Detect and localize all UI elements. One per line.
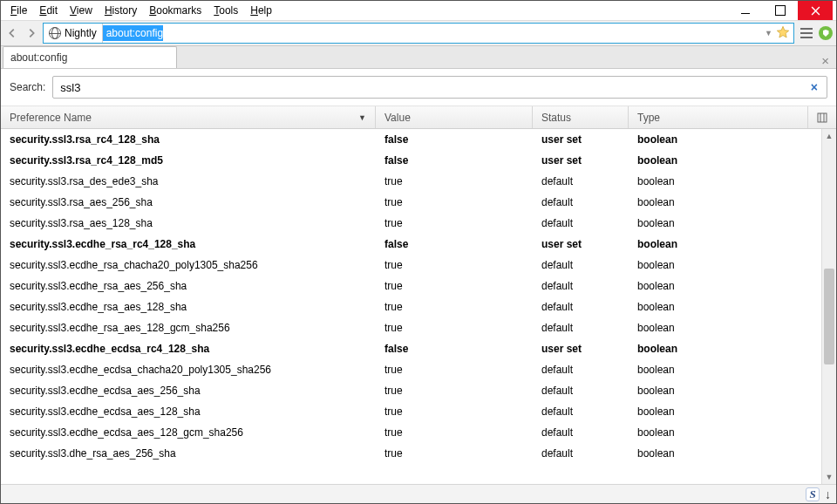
scrollbar-thumb[interactable] xyxy=(824,269,834,364)
pref-status-cell: default xyxy=(533,259,629,271)
pref-type-cell: boolean xyxy=(629,364,821,376)
menu-file[interactable]: File xyxy=(4,3,33,18)
url-bar[interactable]: Nightly about:config ▼ xyxy=(43,23,794,44)
menu-tools[interactable]: Tools xyxy=(208,3,244,18)
svg-rect-0 xyxy=(818,113,827,122)
preference-row[interactable]: security.ssl3.ecdhe_rsa_aes_128_shatrued… xyxy=(1,296,821,317)
menu-edit[interactable]: Edit xyxy=(33,3,64,18)
column-header-name[interactable]: Preference Name ▼ xyxy=(1,106,376,128)
preference-row[interactable]: security.ssl3.ecdhe_ecdsa_rc4_128_shafal… xyxy=(1,338,821,359)
pref-status-cell: user set xyxy=(533,238,629,250)
pref-status-cell: default xyxy=(533,447,629,460)
menu-help[interactable]: Help xyxy=(244,3,278,18)
pref-type-cell: boolean xyxy=(629,405,821,418)
security-shield-icon[interactable] xyxy=(819,26,833,40)
globe-icon xyxy=(49,27,61,39)
pref-value-cell: true xyxy=(376,385,533,397)
status-addon-icon[interactable]: S xyxy=(806,487,820,501)
preference-row[interactable]: security.ssl3.ecdhe_rsa_rc4_128_shafalse… xyxy=(1,234,821,255)
scroll-up-arrow-icon[interactable]: ▲ xyxy=(822,129,836,143)
preference-row[interactable]: security.ssl3.ecdhe_rsa_chacha20_poly130… xyxy=(1,255,821,276)
preference-row[interactable]: security.ssl3.ecdhe_rsa_aes_128_gcm_sha2… xyxy=(1,317,821,338)
pref-name-cell: security.ssl3.ecdhe_ecdsa_aes_256_sha xyxy=(1,385,376,397)
pref-status-cell: default xyxy=(533,405,629,418)
window-controls xyxy=(728,1,833,20)
pref-status-cell: default xyxy=(533,175,629,187)
status-download-icon[interactable]: ↓ xyxy=(825,487,831,501)
search-box: × xyxy=(52,76,827,99)
pref-value-cell: true xyxy=(376,301,533,313)
back-arrow-icon xyxy=(6,27,18,39)
preference-row[interactable]: security.ssl3.rsa_des_ede3_shatruedefaul… xyxy=(1,171,821,192)
pref-name-cell: security.ssl3.ecdhe_ecdsa_rc4_128_sha xyxy=(1,343,376,355)
column-header-status[interactable]: Status xyxy=(533,106,629,128)
tab-title: about:config xyxy=(10,51,67,64)
table-wrap: security.ssl3.rsa_rc4_128_shafalseuser s… xyxy=(1,129,836,484)
pref-name-cell: security.ssl3.dhe_rsa_aes_256_sha xyxy=(1,447,376,460)
preference-row[interactable]: security.ssl3.rsa_aes_128_shatruedefault… xyxy=(1,213,821,234)
search-input[interactable] xyxy=(60,81,808,94)
pref-type-cell: boolean xyxy=(629,154,821,167)
pref-status-cell: default xyxy=(533,385,629,397)
pref-name-cell: security.ssl3.ecdhe_ecdsa_aes_128_gcm_sh… xyxy=(1,426,376,439)
preference-table[interactable]: security.ssl3.rsa_rc4_128_shafalseuser s… xyxy=(1,129,821,484)
preference-row[interactable]: security.ssl3.dhe_rsa_aes_256_shatruedef… xyxy=(1,443,821,464)
tab-about-config[interactable]: about:config xyxy=(3,46,177,68)
pref-type-cell: boolean xyxy=(629,426,821,439)
preference-row[interactable]: security.ssl3.rsa_rc4_128_md5falseuser s… xyxy=(1,150,821,171)
preference-row[interactable]: security.ssl3.ecdhe_rsa_aes_256_shatrued… xyxy=(1,276,821,296)
column-header-type[interactable]: Type xyxy=(629,106,808,128)
tabstrip-close-button[interactable]: × xyxy=(814,53,836,68)
window-close-button[interactable] xyxy=(798,1,833,20)
window-maximize-button[interactable] xyxy=(763,1,798,20)
pref-name-cell: security.ssl3.ecdhe_rsa_rc4_128_sha xyxy=(1,238,376,250)
menu-view[interactable]: View xyxy=(64,3,99,18)
column-header-value[interactable]: Value xyxy=(376,106,533,128)
pref-value-cell: true xyxy=(376,426,533,439)
pref-status-cell: default xyxy=(533,196,629,208)
pref-value-cell: true xyxy=(376,280,533,292)
pref-value-cell: false xyxy=(376,133,533,146)
search-clear-button[interactable]: × xyxy=(809,80,820,94)
column-picker-button[interactable] xyxy=(808,106,836,128)
vertical-scrollbar[interactable]: ▲ ▼ xyxy=(821,129,836,484)
preference-row[interactable]: security.ssl3.ecdhe_ecdsa_chacha20_poly1… xyxy=(1,359,821,380)
pref-type-cell: boolean xyxy=(629,322,821,334)
back-button[interactable] xyxy=(4,25,20,41)
pref-status-cell: default xyxy=(533,364,629,376)
menu-bookmarks[interactable]: Bookmarks xyxy=(143,3,208,18)
preference-row[interactable]: security.ssl3.rsa_rc4_128_shafalseuser s… xyxy=(1,129,821,150)
app-menu-button[interactable] xyxy=(798,24,815,42)
url-text: about:config xyxy=(103,25,163,41)
menu-history[interactable]: History xyxy=(99,3,143,18)
pref-type-cell: boolean xyxy=(629,447,821,460)
preference-row[interactable]: security.ssl3.ecdhe_ecdsa_aes_128_gcm_sh… xyxy=(1,422,821,443)
toolbar: Nightly about:config ▼ xyxy=(1,20,836,46)
pref-name-cell: security.ssl3.rsa_rc4_128_sha xyxy=(1,133,376,146)
menubar: File Edit View History Bookmarks Tools H… xyxy=(1,1,836,20)
pref-name-cell: security.ssl3.rsa_rc4_128_md5 xyxy=(1,154,376,167)
pref-type-cell: boolean xyxy=(629,259,821,271)
pref-value-cell: false xyxy=(376,343,533,355)
search-row: Search: × xyxy=(1,69,836,106)
scroll-down-arrow-icon[interactable]: ▼ xyxy=(822,470,836,484)
identity-box[interactable]: Nightly xyxy=(44,24,103,43)
urlbar-dropdown-icon[interactable]: ▼ xyxy=(765,29,772,37)
column-header-row: Preference Name ▼ Value Status Type xyxy=(1,106,836,129)
pref-name-cell: security.ssl3.rsa_des_ede3_sha xyxy=(1,175,376,187)
pref-status-cell: default xyxy=(533,322,629,334)
pref-status-cell: default xyxy=(533,217,629,229)
pref-type-cell: boolean xyxy=(629,343,821,355)
preference-row[interactable]: security.ssl3.rsa_aes_256_shatruedefault… xyxy=(1,192,821,213)
preference-row[interactable]: security.ssl3.ecdhe_ecdsa_aes_128_shatru… xyxy=(1,401,821,422)
bookmark-star-icon[interactable] xyxy=(776,25,790,42)
window-minimize-button[interactable] xyxy=(728,1,763,20)
pref-value-cell: true xyxy=(376,364,533,376)
pref-value-cell: true xyxy=(376,259,533,271)
identity-label: Nightly xyxy=(65,27,97,39)
pref-name-cell: security.ssl3.ecdhe_rsa_chacha20_poly130… xyxy=(1,259,376,271)
preference-row[interactable]: security.ssl3.ecdhe_ecdsa_aes_256_shatru… xyxy=(1,380,821,401)
pref-type-cell: boolean xyxy=(629,175,821,187)
forward-button[interactable] xyxy=(24,25,39,41)
sort-descending-icon: ▼ xyxy=(358,113,366,122)
